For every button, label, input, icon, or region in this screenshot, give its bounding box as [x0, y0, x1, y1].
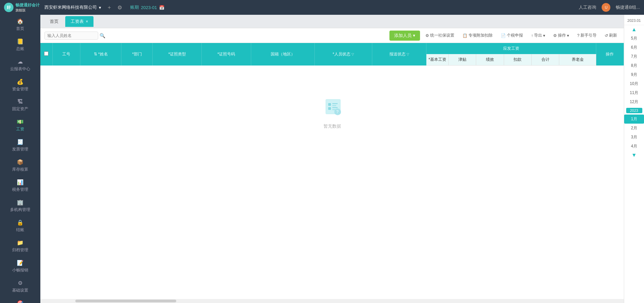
- btn-operation[interactable]: ⚙ 操作 ▾: [551, 31, 572, 40]
- svg-text:?: ?: [336, 110, 339, 114]
- fund-icon: 💰: [17, 79, 24, 85]
- tab-salary-close[interactable]: ×: [86, 19, 88, 24]
- content-area: 首页 工资表 × 🔍 添加人员 ▾ ⚙ 统一社保设置 📋: [40, 15, 624, 303]
- sidebar-item-closing[interactable]: 🔒 结账: [0, 216, 40, 236]
- sidebar-item-multi-org[interactable]: 🏢 多机构管理: [0, 196, 40, 216]
- btn-deduction[interactable]: 📋 专项附加扣除: [460, 31, 495, 40]
- search-input[interactable]: [44, 32, 98, 40]
- sidebar-item-fund[interactable]: 💰 资金管理: [0, 75, 40, 95]
- svg-rect-2: [328, 103, 331, 106]
- tax-report-label: 个税申报: [507, 33, 523, 38]
- sidebar-item-home[interactable]: 🏠 首页: [0, 15, 40, 35]
- add-dropdown-icon: ▾: [413, 33, 415, 38]
- company-selector[interactable]: 西安虾米网络科技有限公司 ▾: [44, 4, 101, 10]
- cloud-icon: ☁: [17, 58, 23, 65]
- btn-refresh[interactable]: ↺ 刷新: [602, 31, 620, 40]
- tab-bar: 首页 工资表 ×: [40, 15, 624, 28]
- social-security-label: 统一社保设置: [430, 33, 454, 38]
- month-2[interactable]: 2月: [624, 124, 644, 133]
- sidebar-label-home: 首页: [16, 26, 24, 32]
- settings-icon[interactable]: ⚙: [116, 3, 123, 12]
- header-status: *人员状态 ▽: [314, 43, 372, 66]
- month-1[interactable]: 1月: [624, 115, 644, 124]
- sidebar-item-cloud-report[interactable]: ☁ 云报表中心: [0, 55, 40, 75]
- empty-illustration: ?: [319, 92, 346, 119]
- support-label[interactable]: 人工咨询: [579, 4, 596, 10]
- sidebar-item-tax[interactable]: 📊 税务管理: [0, 176, 40, 196]
- sidebar-item-ledger[interactable]: 📒 总账: [0, 35, 40, 55]
- month-3[interactable]: 3月: [624, 133, 644, 142]
- app-version: 旗舰版: [15, 8, 40, 13]
- sidebar-item-archive[interactable]: 📁 归档管理: [0, 236, 40, 256]
- btn-export[interactable]: ↑ 导出 ▾: [528, 31, 548, 40]
- sidebar-item-basic-settings[interactable]: ⚙ 基础设置: [0, 276, 40, 297]
- company-name: 西安虾米网络科技有限公司: [44, 4, 97, 10]
- btn-social-security[interactable]: ⚙ 统一社保设置: [423, 31, 457, 40]
- tab-salary-label: 工资表: [71, 18, 84, 25]
- svg-rect-4: [332, 105, 336, 106]
- report-filter-icon[interactable]: ▽: [407, 52, 409, 56]
- sidebar-item-invoice[interactable]: 🧾 发票管理: [0, 135, 40, 156]
- month-5[interactable]: 5月: [624, 34, 644, 43]
- btn-tax-report[interactable]: 📄 个税申报: [498, 31, 526, 40]
- period-label: 账期: [130, 4, 139, 10]
- archive-icon: 📁: [17, 240, 24, 246]
- month-6[interactable]: 6月: [624, 43, 644, 52]
- sidebar: 🏠 首页 📒 总账 ☁ 云报表中心 💰 资金管理 🏗 固定资产 💵 工资 🧾 发…: [0, 15, 40, 303]
- month-8[interactable]: 8月: [624, 61, 644, 70]
- header-base-salary: *基本工资: [426, 54, 449, 66]
- deduction-icon: 📋: [462, 33, 467, 38]
- expense-icon: 📝: [17, 260, 24, 266]
- sidebar-label-basic-settings: 基础设置: [12, 288, 28, 293]
- add-person-button[interactable]: 添加人员 ▾: [389, 31, 420, 41]
- month-4[interactable]: 4月: [624, 142, 644, 151]
- header-region: 国籍（地区）: [251, 43, 314, 66]
- btn-newbie-guide[interactable]: ? 新手引导: [574, 31, 599, 40]
- sidebar-item-guide[interactable]: 🎯 新手引导: [0, 297, 40, 303]
- basic-settings-icon: ⚙: [18, 280, 23, 286]
- tax-icon: 📊: [17, 179, 24, 185]
- month-9[interactable]: 9月: [624, 70, 644, 79]
- calendar-icon[interactable]: 📅: [159, 5, 164, 10]
- sidebar-label-archive: 归档管理: [12, 247, 28, 253]
- operation-dropdown-icon: ▾: [567, 33, 569, 38]
- salary-icon: 💵: [17, 119, 24, 125]
- panel-up-arrow[interactable]: ▲: [630, 25, 638, 34]
- header-performance: 绩效: [476, 54, 504, 66]
- sidebar-item-fixed-assets[interactable]: 🏗 固定资产: [0, 95, 40, 115]
- tab-salary[interactable]: 工资表 ×: [65, 16, 93, 27]
- salary-table-container: 工号 ⇅ *姓名 *部门 *证照类型 *证照号码 国籍（地区） *人员状态 ▽ …: [40, 43, 624, 299]
- month-7[interactable]: 7月: [624, 52, 644, 61]
- app-logo-icon: 好: [4, 3, 13, 12]
- empty-state: ? 暂无数据: [40, 66, 624, 156]
- scroll-thumb[interactable]: [75, 300, 176, 302]
- header-deduction: 扣款: [504, 54, 531, 66]
- company-dropdown-icon[interactable]: ▾: [99, 5, 101, 10]
- sidebar-item-inventory[interactable]: 📦 库存核算: [0, 156, 40, 176]
- header-dept: *部门: [121, 43, 153, 66]
- sidebar-label-expense: 小畅报销: [12, 267, 28, 273]
- status-filter-icon[interactable]: ▽: [351, 52, 354, 56]
- fixed-assets-icon: 🏗: [17, 99, 23, 105]
- refresh-icon: ↺: [605, 33, 608, 38]
- header-total: 合计: [532, 54, 559, 66]
- panel-down-arrow[interactable]: ▼: [630, 151, 638, 160]
- month-11[interactable]: 11月: [624, 88, 644, 97]
- operation-label: 操作: [558, 33, 566, 38]
- user-label[interactable]: 畅捷通B组...: [616, 4, 640, 10]
- sidebar-label-closing: 结账: [16, 227, 24, 233]
- add-button[interactable]: ＋: [105, 3, 113, 12]
- scroll-bar[interactable]: [40, 299, 624, 303]
- sidebar-item-expense[interactable]: 📝 小畅报销: [0, 256, 40, 276]
- deduction-label: 专项附加扣除: [468, 33, 493, 38]
- tab-home[interactable]: 首页: [44, 16, 64, 27]
- svg-rect-6: [332, 107, 338, 108]
- toolbar: 🔍 添加人员 ▾ ⚙ 统一社保设置 📋 专项附加扣除 📄 个税申报 ↑ 导出: [40, 28, 624, 43]
- select-all-checkbox[interactable]: [44, 51, 48, 56]
- home-icon: 🏠: [17, 18, 24, 25]
- sidebar-item-salary[interactable]: 💵 工资: [0, 115, 40, 135]
- guide-btn-label: 新手引导: [580, 33, 597, 38]
- month-12[interactable]: 12月: [624, 97, 644, 106]
- sidebar-label-cloud-report: 云报表中心: [10, 66, 30, 72]
- month-10[interactable]: 10月: [624, 79, 644, 88]
